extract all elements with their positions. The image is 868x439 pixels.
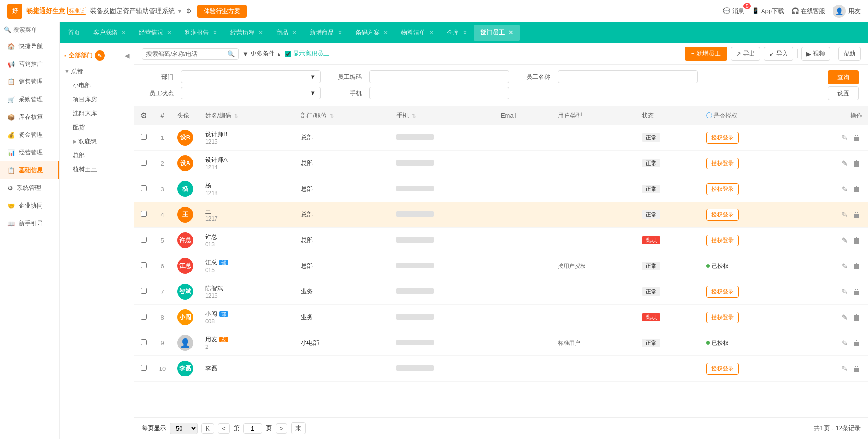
- dept-item-project[interactable]: 项目库房: [60, 92, 134, 106]
- authorize-btn[interactable]: 授权登录: [706, 286, 739, 298]
- authorize-btn[interactable]: 授权登录: [706, 235, 739, 246]
- delete-btn[interactable]: 🗑: [851, 184, 862, 195]
- row-settings[interactable]: [134, 228, 153, 253]
- delete-btn[interactable]: 🗑: [851, 364, 862, 374]
- dept-item-zongbu[interactable]: 总部: [60, 148, 134, 162]
- row-checkbox[interactable]: [141, 211, 147, 217]
- dept-item-headquarters[interactable]: ▼ 总部: [60, 64, 134, 78]
- edit-btn[interactable]: ✎: [840, 363, 849, 374]
- edit-btn[interactable]: ✎: [840, 338, 849, 348]
- delete-btn[interactable]: 🗑: [851, 236, 862, 246]
- tab-operations[interactable]: 经营情况 ✕: [132, 25, 178, 41]
- delete-btn[interactable]: 🗑: [851, 261, 862, 272]
- delete-btn[interactable]: 🗑: [851, 313, 862, 323]
- sidebar-item-basic[interactable]: 📋 基础信息: [0, 161, 59, 179]
- sidebar-search-area[interactable]: 🔍: [0, 22, 59, 37]
- prev-page-btn[interactable]: <: [218, 423, 230, 434]
- row-settings[interactable]: [134, 253, 153, 279]
- sidebar-item-collab[interactable]: 🤝 企业协同: [0, 197, 59, 215]
- tab-goods-close[interactable]: ✕: [292, 29, 297, 36]
- row-checkbox[interactable]: [141, 314, 147, 320]
- row-settings[interactable]: [134, 279, 153, 305]
- sidebar-item-system[interactable]: ⚙ 系统管理: [0, 179, 59, 197]
- tab-barcode[interactable]: 条码方案 ✕: [349, 25, 395, 41]
- search-btn[interactable]: 查询: [828, 70, 859, 84]
- tab-addgoods-close[interactable]: ✕: [338, 29, 342, 36]
- row-checkbox[interactable]: [141, 160, 147, 166]
- dept-item-peihuo[interactable]: 配货: [60, 120, 134, 134]
- user-area[interactable]: 👤 用友: [833, 5, 861, 18]
- edit-btn[interactable]: ✎: [840, 209, 849, 220]
- authorize-btn[interactable]: 授权登录: [706, 312, 739, 323]
- tab-biz-close[interactable]: ✕: [258, 29, 263, 36]
- sidebar-item-inventory[interactable]: 📦 库存核算: [0, 108, 59, 126]
- edit-btn[interactable]: ✎: [840, 235, 849, 246]
- last-page-btn[interactable]: 末: [291, 422, 306, 434]
- authorize-btn[interactable]: 授权登录: [706, 183, 739, 195]
- edit-btn[interactable]: ✎: [840, 286, 849, 297]
- col-phone[interactable]: 手机 ⇅: [391, 106, 495, 125]
- row-checkbox[interactable]: [141, 237, 147, 243]
- view-btn[interactable]: ▶ 视频: [801, 47, 830, 61]
- emp-name-input[interactable]: [558, 70, 698, 83]
- tab-profit-close[interactable]: ✕: [213, 29, 217, 36]
- authorize-btn[interactable]: 授权登录: [706, 158, 739, 169]
- import-btn[interactable]: ↙ 导入: [764, 47, 793, 61]
- phone-input[interactable]: [369, 87, 509, 99]
- delete-btn[interactable]: 🗑: [851, 133, 862, 143]
- add-employee-btn[interactable]: + 新增员工: [685, 47, 727, 61]
- sidebar-item-purchase[interactable]: 🛒 采购管理: [0, 91, 59, 108]
- more-conditions-btn[interactable]: ▼ 更多条件 ▲: [243, 49, 281, 58]
- search-box[interactable]: 🔍: [142, 48, 239, 60]
- edit-btn[interactable]: ✎: [840, 312, 849, 323]
- edit-btn[interactable]: ✎: [840, 158, 849, 169]
- row-settings[interactable]: [134, 151, 153, 176]
- authorize-btn[interactable]: 授权登录: [706, 363, 739, 375]
- col-name[interactable]: 姓名/编码 ⇅: [200, 106, 295, 125]
- tab-goods[interactable]: 商品 ✕: [270, 25, 303, 41]
- dept-collapse-icon[interactable]: ◀: [125, 52, 129, 59]
- row-checkbox[interactable]: [141, 134, 147, 140]
- delete-btn[interactable]: 🗑: [851, 287, 862, 297]
- authorize-btn[interactable]: 授权登录: [706, 209, 739, 221]
- tab-home[interactable]: 首页: [62, 25, 87, 41]
- row-settings[interactable]: [134, 176, 153, 202]
- row-checkbox[interactable]: [141, 262, 147, 268]
- first-page-btn[interactable]: K: [201, 423, 214, 434]
- dept-item-shuangluxiang[interactable]: ▶ 双鹿想: [60, 134, 134, 148]
- tab-employees[interactable]: 部门员工 ✕: [474, 25, 520, 41]
- delete-btn[interactable]: 🗑: [851, 338, 862, 348]
- dept-select[interactable]: ▼: [181, 70, 321, 83]
- tab-warehouse-close[interactable]: ✕: [463, 29, 467, 36]
- app-download[interactable]: 📱 App下载: [752, 7, 784, 15]
- settings-icon[interactable]: ⚙: [186, 7, 192, 14]
- dept-item-xiaodian[interactable]: 小电部: [60, 78, 134, 92]
- sidebar-item-quicknav[interactable]: 🏠 快捷导航: [0, 37, 59, 55]
- sidebar-item-sales[interactable]: 📋 销售管理: [0, 73, 59, 91]
- sidebar-item-guide[interactable]: 📖 新手引导: [0, 215, 59, 232]
- edit-btn[interactable]: ✎: [840, 261, 849, 272]
- sidebar-search-input[interactable]: [13, 26, 50, 33]
- authorize-btn[interactable]: 授权登录: [706, 132, 739, 144]
- tab-warehouse[interactable]: 仓库 ✕: [440, 25, 474, 41]
- row-checkbox[interactable]: [141, 339, 147, 345]
- search-input[interactable]: [146, 50, 225, 57]
- tab-ops-close[interactable]: ✕: [167, 29, 172, 36]
- emp-code-input[interactable]: [369, 70, 509, 83]
- dept-item-zhishu[interactable]: 植树王三: [60, 162, 134, 176]
- row-settings[interactable]: [134, 330, 153, 356]
- delete-btn[interactable]: 🗑: [851, 159, 862, 169]
- row-checkbox[interactable]: [141, 365, 147, 371]
- sidebar-item-operations[interactable]: 📊 经营管理: [0, 144, 59, 161]
- page-input[interactable]: [243, 423, 262, 434]
- edit-btn[interactable]: ✎: [840, 132, 849, 143]
- row-settings[interactable]: [134, 356, 153, 382]
- help-btn[interactable]: 帮助: [838, 47, 861, 61]
- tab-bom[interactable]: 物料清单 ✕: [395, 25, 440, 41]
- tab-bom-close[interactable]: ✕: [429, 29, 434, 36]
- col-gear[interactable]: ⚙: [134, 106, 153, 125]
- tab-customer[interactable]: 客户联络 ✕: [87, 25, 132, 41]
- dept-edit-btn[interactable]: ✎: [95, 50, 105, 61]
- tab-barcode-close[interactable]: ✕: [383, 29, 388, 36]
- row-checkbox[interactable]: [141, 185, 147, 191]
